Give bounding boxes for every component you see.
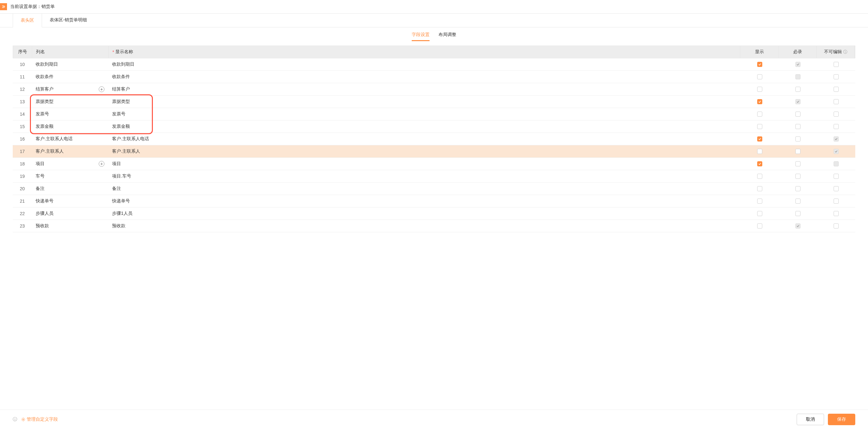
cell-display-name[interactable]: 快递单号 xyxy=(108,195,741,207)
table-row[interactable]: 19车号项目.车号 xyxy=(13,170,855,182)
cell-required xyxy=(779,96,817,107)
required-checkbox xyxy=(796,223,801,229)
show-checkbox[interactable] xyxy=(757,136,762,142)
table-header-row: 序号 列名 * 显示名称 显示 必录 不可编辑 ⓘ xyxy=(13,46,855,58)
table-row[interactable]: 15发票金额发票金额 xyxy=(13,120,855,133)
required-checkbox[interactable] xyxy=(796,112,801,117)
table-row[interactable]: 21快递单号快递单号 xyxy=(13,195,855,207)
table-row[interactable]: 14发票号发票号 xyxy=(13,108,855,120)
required-checkbox[interactable] xyxy=(796,199,801,204)
table-row[interactable]: 18项目+项目 xyxy=(13,158,855,170)
required-checkbox[interactable] xyxy=(796,124,801,129)
show-checkbox[interactable] xyxy=(757,186,762,191)
show-checkbox[interactable] xyxy=(757,211,762,216)
tab-header-area[interactable]: 表头区 xyxy=(13,13,42,27)
cell-seq: 19 xyxy=(13,171,32,182)
show-checkbox[interactable] xyxy=(757,124,762,129)
show-checkbox[interactable] xyxy=(757,174,762,179)
cell-seq: 21 xyxy=(13,195,32,207)
sub-tab-layout-adjust[interactable]: 布局调整 xyxy=(438,32,456,41)
table-row[interactable]: 12结算客户+结算客户 xyxy=(13,83,855,96)
sub-tabs: 字段设置 布局调整 xyxy=(0,27,868,46)
readonly-checkbox[interactable] xyxy=(834,74,839,79)
table-row[interactable]: 11收款条件收款条件 xyxy=(13,71,855,83)
cell-seq: 12 xyxy=(13,84,32,95)
required-checkbox xyxy=(796,74,801,79)
show-checkbox[interactable] xyxy=(757,62,762,67)
readonly-checkbox[interactable] xyxy=(834,87,839,92)
table-row[interactable]: 16客户.主联系人电话客户.主联系人电话 xyxy=(13,133,855,145)
required-checkbox[interactable] xyxy=(796,174,801,179)
required-checkbox[interactable] xyxy=(796,161,801,166)
table-row[interactable]: 23预收款预收款 xyxy=(13,220,855,232)
table-row[interactable]: 22步骤人员步骤1人员 xyxy=(13,207,855,220)
show-checkbox[interactable] xyxy=(757,199,762,204)
table-row[interactable]: 20备注备注 xyxy=(13,182,855,195)
show-checkbox[interactable] xyxy=(757,223,762,229)
cell-display-name[interactable]: 票据类型 xyxy=(108,96,741,108)
cell-seq: 17 xyxy=(13,146,32,157)
cell-display-name[interactable]: 发票号 xyxy=(108,108,741,120)
cell-show xyxy=(741,96,779,107)
col-name-text: 客户.主联系人电话 xyxy=(36,136,72,142)
cell-readonly xyxy=(817,96,855,107)
cell-required xyxy=(779,220,817,232)
cell-display-name[interactable]: 预收款 xyxy=(108,220,741,232)
readonly-checkbox[interactable] xyxy=(834,223,839,229)
required-checkbox[interactable] xyxy=(796,87,801,92)
readonly-checkbox[interactable] xyxy=(834,186,839,191)
tab-body-area[interactable]: 表体区-销货单明细 xyxy=(42,13,95,27)
cell-display-name[interactable]: 备注 xyxy=(108,182,741,195)
show-checkbox[interactable] xyxy=(757,149,762,154)
required-checkbox[interactable] xyxy=(796,136,801,142)
cell-required xyxy=(779,133,817,145)
readonly-checkbox[interactable] xyxy=(834,174,839,179)
required-checkbox[interactable] xyxy=(796,211,801,216)
cell-readonly xyxy=(817,195,855,207)
cell-seq: 14 xyxy=(13,108,32,120)
cell-display-name[interactable]: 项目.车号 xyxy=(108,170,741,182)
cell-display-name[interactable]: 项目 xyxy=(108,158,741,170)
main-tabs: 表头区 表体区-销货单明细 xyxy=(0,13,868,27)
readonly-checkbox[interactable] xyxy=(834,199,839,204)
add-icon[interactable]: + xyxy=(99,86,104,92)
col-name-text: 收款条件 xyxy=(36,74,54,80)
show-checkbox[interactable] xyxy=(757,74,762,79)
cell-show xyxy=(741,59,779,70)
cell-col-name: 项目+ xyxy=(32,158,108,170)
expand-toggle-button[interactable] xyxy=(0,3,7,10)
cell-show xyxy=(741,108,779,120)
cell-display-name[interactable]: 发票金额 xyxy=(108,120,741,133)
required-checkbox[interactable] xyxy=(796,186,801,191)
table-row[interactable]: 13票据类型票据类型 xyxy=(13,96,855,108)
help-icon[interactable]: ⓘ xyxy=(843,49,847,55)
cell-display-name[interactable]: 客户.主联系人电话 xyxy=(108,133,741,145)
readonly-checkbox[interactable] xyxy=(834,124,839,129)
readonly-checkbox[interactable] xyxy=(834,99,839,104)
cell-readonly xyxy=(817,71,855,83)
cell-required xyxy=(779,195,817,207)
show-checkbox[interactable] xyxy=(757,87,762,92)
cell-col-name: 车号 xyxy=(32,170,108,182)
readonly-checkbox[interactable] xyxy=(834,112,839,117)
page-title-value: 销货单 xyxy=(41,4,55,9)
table-row[interactable]: 10收款到期日收款到期日 xyxy=(13,58,855,71)
cell-show xyxy=(741,208,779,219)
required-checkbox[interactable] xyxy=(796,149,801,154)
readonly-checkbox[interactable] xyxy=(834,211,839,216)
cell-required xyxy=(779,171,817,182)
sub-tab-field-settings[interactable]: 字段设置 xyxy=(412,32,430,41)
add-icon[interactable]: + xyxy=(99,161,104,167)
cell-seq: 10 xyxy=(13,59,32,70)
table-row[interactable]: 17客户.主联系人客户.主联系人 xyxy=(13,145,855,158)
cell-display-name[interactable]: 收款条件 xyxy=(108,71,741,83)
cell-display-name[interactable]: 结算客户 xyxy=(108,83,741,95)
readonly-checkbox[interactable] xyxy=(834,62,839,67)
cell-seq: 15 xyxy=(13,121,32,132)
show-checkbox[interactable] xyxy=(757,99,762,104)
cell-display-name[interactable]: 客户.主联系人 xyxy=(108,145,741,158)
show-checkbox[interactable] xyxy=(757,161,762,166)
show-checkbox[interactable] xyxy=(757,112,762,117)
cell-display-name[interactable]: 收款到期日 xyxy=(108,58,741,70)
cell-display-name[interactable]: 步骤1人员 xyxy=(108,207,741,220)
